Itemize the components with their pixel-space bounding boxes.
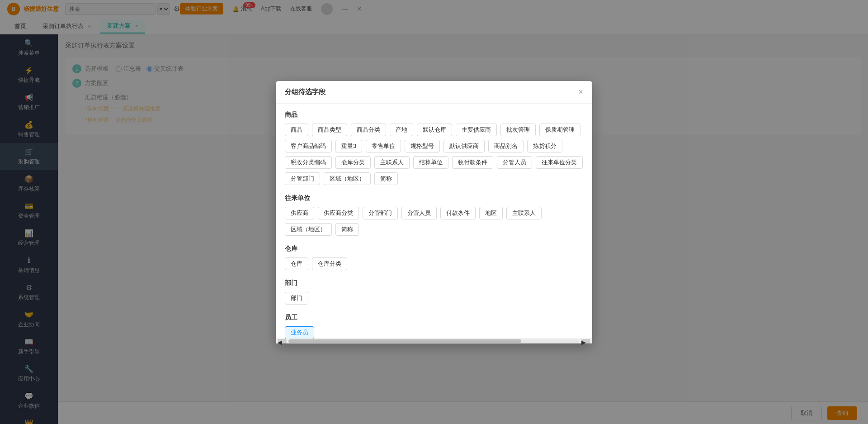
field-tag-spec[interactable]: 规格型号 (405, 140, 440, 152)
section-employee: 员工 业务员 (285, 314, 583, 338)
field-tag-warehouse-category[interactable]: 仓库分类 (335, 156, 371, 169)
field-tag-origin[interactable]: 产地 (390, 124, 413, 136)
hscroll-track (288, 339, 580, 343)
section-goods: 商品 商品 商品类型 商品分类 产地 默认仓库 主要供应商 批次管理 保质期管理… (285, 111, 583, 185)
field-select-modal: 分组待选字段 × 商品 商品 商品类型 商品分类 产地 默认仓库 主要供应商 批… (276, 81, 592, 343)
section-dept-title: 部门 (285, 279, 583, 287)
field-tag-payment-terms[interactable]: 收付款条件 (452, 156, 493, 169)
field-tag-partner-abbr[interactable]: 简称 (335, 223, 359, 236)
section-warehouse: 仓库 仓库 仓库分类 (285, 245, 583, 270)
field-tag-default-supplier[interactable]: 默认供应商 (443, 140, 485, 152)
field-tag-manager[interactable]: 分管人员 (497, 156, 532, 169)
field-tag-retail-unit[interactable]: 零售单位 (366, 140, 401, 152)
field-tag-warehouse[interactable]: 仓库 (285, 257, 308, 270)
field-tag-customer-code[interactable]: 客户商品编码 (285, 140, 332, 152)
field-tag-department[interactable]: 部门 (285, 292, 308, 305)
field-tag-warehouse-cat[interactable]: 仓库分类 (312, 257, 347, 270)
field-tag-expiry-mgmt[interactable]: 保质期管理 (539, 124, 580, 136)
field-tag-goods[interactable]: 商品 (285, 124, 308, 136)
field-tag-settlement-unit[interactable]: 结算单位 (413, 156, 448, 169)
modal-close-btn[interactable]: × (578, 87, 583, 97)
hscroll-right-btn[interactable]: ▶ (581, 339, 590, 343)
field-tag-weight[interactable]: 重量3 (335, 140, 362, 152)
field-tag-default-warehouse[interactable]: 默认仓库 (417, 124, 452, 136)
section-partner-title: 往来单位 (285, 194, 583, 202)
partner-field-tags: 供应商 供应商分类 分管部门 分管人员 付款条件 地区 主联系人 区域（地区） … (285, 207, 583, 236)
field-tag-goods-type[interactable]: 商品类型 (312, 124, 347, 136)
field-tag-partner-area[interactable]: 区域（地区） (285, 223, 332, 236)
field-tag-batch-mgmt[interactable]: 批次管理 (500, 124, 536, 136)
section-department: 部门 部门 (285, 279, 583, 305)
field-tag-partner-payment[interactable]: 付款条件 (440, 207, 476, 219)
section-employee-title: 员工 (285, 314, 583, 322)
field-tag-main-supplier[interactable]: 主要供应商 (456, 124, 497, 136)
goods-field-tags: 商品 商品类型 商品分类 产地 默认仓库 主要供应商 批次管理 保质期管理 客户… (285, 124, 583, 185)
section-goods-title: 商品 (285, 111, 583, 119)
field-tag-supplier[interactable]: 供应商 (285, 207, 314, 219)
field-tag-abbr[interactable]: 简称 (374, 172, 398, 185)
field-tag-dept[interactable]: 分管部门 (285, 172, 320, 185)
field-tag-partner-category[interactable]: 往来单位分类 (536, 156, 583, 169)
field-tag-partner-manager[interactable]: 分管人员 (401, 207, 437, 219)
field-tag-partner-region[interactable]: 地区 (479, 207, 503, 219)
field-tag-tax-code[interactable]: 税收分类编码 (285, 156, 332, 169)
hscroll-left-btn[interactable]: ◀ (278, 339, 287, 343)
modal-title: 分组待选字段 (285, 88, 326, 96)
modal-header: 分组待选字段 × (276, 81, 592, 104)
warehouse-field-tags: 仓库 仓库分类 (285, 257, 583, 270)
field-tag-salesperson[interactable]: 业务员 (285, 326, 314, 338)
dept-field-tags: 部门 (285, 292, 583, 305)
section-warehouse-title: 仓库 (285, 245, 583, 253)
field-tag-partner-contact[interactable]: 主联系人 (506, 207, 542, 219)
field-tag-partner-dept[interactable]: 分管部门 (363, 207, 398, 219)
field-tag-main-contact[interactable]: 主联系人 (374, 156, 410, 169)
field-tag-region[interactable]: 区域（地区） (324, 172, 371, 185)
employee-field-tags: 业务员 (285, 326, 583, 338)
modal-hscroll: ◀ ▶ (276, 338, 592, 343)
modal-body: 商品 商品 商品类型 商品分类 产地 默认仓库 主要供应商 批次管理 保质期管理… (276, 104, 592, 338)
field-tag-supplier-category[interactable]: 供应商分类 (318, 207, 359, 219)
field-tag-goods-category[interactable]: 商品分类 (351, 124, 386, 136)
hscroll-thumb[interactable] (288, 339, 521, 343)
field-tag-pick-points[interactable]: 拣货积分 (527, 140, 562, 152)
section-partner: 往来单位 供应商 供应商分类 分管部门 分管人员 付款条件 地区 主联系人 区域… (285, 194, 583, 236)
field-tag-alias[interactable]: 商品别名 (488, 140, 524, 152)
